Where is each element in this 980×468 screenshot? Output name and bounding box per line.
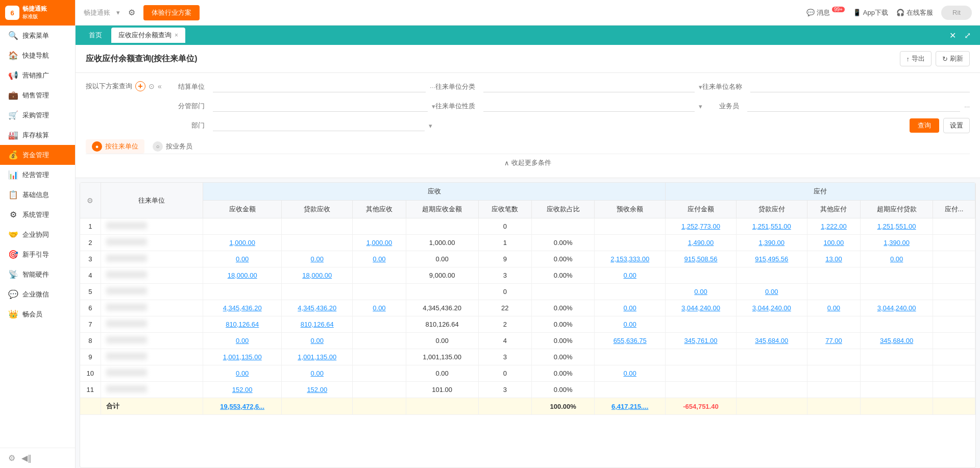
filter-add-btn[interactable]: + [135, 81, 145, 91]
tab-expand-icon[interactable]: ⤢ [961, 31, 974, 40]
sidebar-item-enterprise[interactable]: 🤝企业协同 [0, 225, 75, 244]
row-ar-loan-2[interactable]: 0.00 [282, 251, 353, 267]
total-ar-prepay[interactable]: 6,417,215.... [595, 398, 666, 415]
row-ar-prepay-8[interactable] [595, 349, 666, 365]
row-ap-overdue-7[interactable]: 345,684.00 [861, 333, 933, 349]
row-ar-amount-7[interactable]: 0.00 [203, 333, 282, 349]
row-ar-amount-6[interactable]: 810,126.64 [203, 316, 282, 333]
row-ap-other-9[interactable] [807, 365, 861, 382]
row-ar-other-10[interactable] [353, 382, 406, 398]
salesman-input[interactable] [747, 101, 960, 112]
department-input[interactable] [213, 120, 425, 131]
row-ar-other-8[interactable] [353, 349, 406, 365]
row-ap-amount-0[interactable]: 1,252,773.00 [666, 218, 737, 235]
row-ar-other-5[interactable]: 0.00 [353, 300, 406, 316]
row-ap-loan-0[interactable]: 1,251,551.00 [736, 218, 807, 235]
sidebar-item-sales[interactable]: 💼销售管理 [0, 85, 75, 105]
tab-ar-ap[interactable]: 应收应付余额查询× [111, 28, 185, 43]
row-ap-amount-6[interactable] [666, 316, 737, 333]
user-avatar[interactable]: Rit [941, 6, 972, 20]
row-ap-amount-7[interactable]: 345,761.00 [666, 333, 737, 349]
trial-btn[interactable]: 体验行业方案 [143, 5, 200, 20]
collapse-more-btn[interactable]: ∧ 收起更多条件 [86, 154, 970, 171]
messages-btn[interactable]: 💬 消息 99+ [806, 8, 845, 17]
table-settings-icon[interactable]: ⚙ [87, 196, 93, 205]
row-ar-prepay-6[interactable]: 0.00 [595, 316, 666, 333]
row-ar-amount-5[interactable]: 4,345,436.20 [203, 300, 282, 316]
row-ap-overdue-3[interactable] [861, 267, 933, 284]
row-ap-overdue-0[interactable]: 1,251,551.00 [861, 218, 933, 235]
row-ar-amount-4[interactable] [203, 284, 282, 300]
row-ap-other-4[interactable] [807, 284, 861, 300]
partner-nature-chevron-icon[interactable]: ▾ [699, 103, 702, 110]
row-ap-overdue-6[interactable] [861, 316, 933, 333]
row-ap-overdue-9[interactable] [861, 365, 933, 382]
row-ap-amount-2[interactable]: 915,508.56 [666, 251, 737, 267]
sidebar-item-quick-nav[interactable]: 🏠快捷导航 [0, 45, 75, 65]
row-ar-other-2[interactable]: 0.00 [353, 251, 406, 267]
row-ap-overdue-5[interactable]: 3,044,240.00 [861, 300, 933, 316]
row-ar-other-7[interactable] [353, 333, 406, 349]
dept-charge-chevron-icon[interactable]: ▾ [432, 103, 435, 110]
sidebar-item-system[interactable]: ⚙系统管理 [0, 205, 75, 225]
row-ap-overdue-2[interactable]: 0.00 [861, 251, 933, 267]
sidebar-settings-icon[interactable]: ⚙ [8, 453, 15, 463]
row-ar-amount-9[interactable]: 0.00 [203, 365, 282, 382]
row-ar-loan-9[interactable]: 0.00 [282, 365, 353, 382]
dept-charge-input[interactable] [213, 101, 428, 112]
row-ap-other-0[interactable]: 1,222.00 [807, 218, 861, 235]
row-ap-other-6[interactable] [807, 316, 861, 333]
row-ap-loan-9[interactable] [736, 365, 807, 382]
partner-name-input[interactable] [750, 81, 970, 92]
filter-target-icon[interactable]: ⊙ [149, 82, 155, 90]
row-ar-prepay-1[interactable] [595, 235, 666, 251]
header-dropdown-icon[interactable]: ▾ [116, 9, 120, 16]
row-ap-amount-1[interactable]: 1,490.00 [666, 235, 737, 251]
row-ar-loan-7[interactable]: 0.00 [282, 333, 353, 349]
settlement-unit-input[interactable] [213, 81, 426, 92]
row-ap-other-2[interactable]: 13.00 [807, 251, 861, 267]
total-ar-amount[interactable]: 19,553,472,6... [203, 398, 282, 415]
partner-nature-input[interactable] [483, 101, 695, 112]
row-ar-other-6[interactable] [353, 316, 406, 333]
row-ar-prepay-9[interactable]: 0.00 [595, 365, 666, 382]
row-ap-amount-9[interactable] [666, 365, 737, 382]
row-ar-amount-3[interactable]: 18,000.00 [203, 267, 282, 284]
header-gear-icon[interactable]: ⚙ [126, 6, 137, 19]
row-ar-amount-8[interactable]: 1,001,135.00 [203, 349, 282, 365]
row-ar-prepay-5[interactable]: 0.00 [595, 300, 666, 316]
settings-btn[interactable]: 设置 [943, 118, 970, 133]
row-ar-amount-10[interactable]: 152.00 [203, 382, 282, 398]
row-ap-loan-10[interactable] [736, 382, 807, 398]
row-ar-prepay-0[interactable] [595, 218, 666, 235]
online-service-btn[interactable]: 🎧 在线客服 [896, 8, 933, 17]
refresh-btn[interactable]: ↻ 刷新 [936, 51, 970, 66]
row-ap-loan-5[interactable]: 3,044,240.00 [736, 300, 807, 316]
sidebar-item-purchase[interactable]: 🛒采购管理 [0, 105, 75, 125]
row-ar-other-3[interactable] [353, 267, 406, 284]
row-ar-other-0[interactable] [353, 218, 406, 235]
row-ap-overdue-1[interactable]: 1,390.00 [861, 235, 933, 251]
row-ar-amount-1[interactable]: 1,000.00 [203, 235, 282, 251]
row-ap-amount-8[interactable] [666, 349, 737, 365]
row-ap-loan-6[interactable] [736, 316, 807, 333]
row-ar-prepay-2[interactable]: 2,153,333.00 [595, 251, 666, 267]
row-ar-amount-0[interactable] [203, 218, 282, 235]
row-ar-prepay-3[interactable]: 0.00 [595, 267, 666, 284]
row-ap-loan-8[interactable] [736, 349, 807, 365]
partner-category-input[interactable] [483, 81, 695, 92]
sidebar-item-warehouse[interactable]: 🏭库存核算 [0, 125, 75, 145]
row-ap-amount-3[interactable] [666, 267, 737, 284]
row-ar-prepay-10[interactable] [595, 382, 666, 398]
row-ar-prepay-7[interactable]: 655,636.75 [595, 333, 666, 349]
row-ar-loan-10[interactable]: 152.00 [282, 382, 353, 398]
export-btn[interactable]: ↑ 导出 [900, 51, 932, 66]
row-ap-other-3[interactable] [807, 267, 861, 284]
row-ar-other-1[interactable]: 1,000.00 [353, 235, 406, 251]
sidebar-item-member[interactable]: 👑畅会员 [0, 304, 75, 324]
row-ap-loan-7[interactable]: 345,684.00 [736, 333, 807, 349]
sidebar-item-basic[interactable]: 📋基础信息 [0, 185, 75, 205]
subnav-by-salesman[interactable]: ○ 按业务员 [146, 139, 199, 154]
subnav-by-partner[interactable]: ● 按往来单位 [86, 139, 144, 154]
row-ap-loan-4[interactable]: 0.00 [736, 284, 807, 300]
